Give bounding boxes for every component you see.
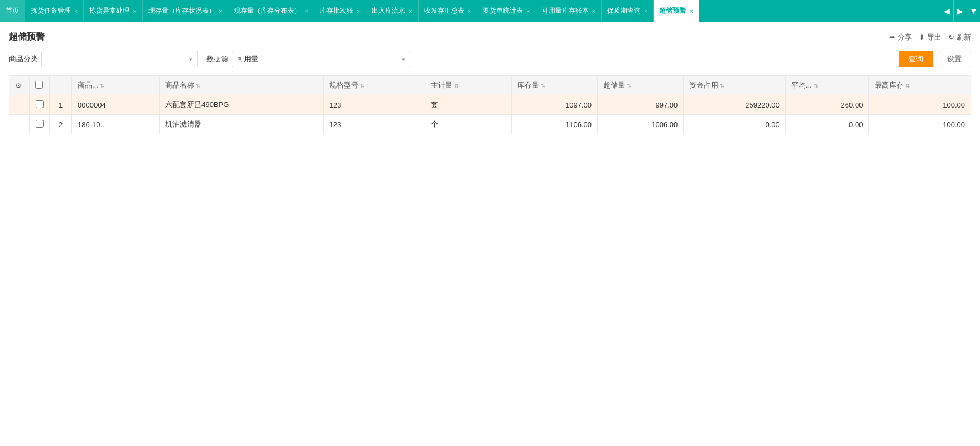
- settings-button[interactable]: 设置: [938, 51, 971, 67]
- row-overflow: 997.00: [597, 95, 683, 115]
- row-number: 1: [50, 95, 72, 115]
- row-checkbox[interactable]: [36, 120, 44, 128]
- row-max-stock: 100.00: [869, 115, 971, 134]
- row-checkbox-cell[interactable]: [30, 95, 50, 115]
- close-icon[interactable]: ×: [468, 8, 471, 14]
- filter-actions: 查询 设置: [899, 51, 971, 67]
- query-button[interactable]: 查询: [899, 51, 933, 67]
- nav-tab-picking-task[interactable]: 拣货任务管理 ×: [25, 0, 84, 22]
- row-spec: 123: [323, 95, 425, 115]
- row-stock: 1106.00: [511, 115, 597, 134]
- row-avg: 260.00: [785, 95, 869, 115]
- nav-tab-overstock-warning[interactable]: 超储预警 ×: [654, 0, 699, 22]
- close-icon[interactable]: ×: [689, 8, 693, 14]
- row-stock: 1097.00: [511, 95, 597, 115]
- row-capital: 0.00: [684, 115, 786, 134]
- nav-tab-available-account[interactable]: 可用量库存账本 ×: [536, 0, 602, 22]
- th-gear[interactable]: ⚙: [9, 76, 30, 95]
- row-checkbox[interactable]: [36, 100, 44, 108]
- row-gear-cell: [9, 115, 30, 134]
- row-number: 2: [50, 115, 72, 134]
- table-row: 1 0000004 六配套新昌490BPG 123 套 1097.00 997.…: [9, 95, 971, 115]
- th-avg[interactable]: 平均...⇅: [785, 76, 869, 95]
- row-capital: 259220.00: [684, 95, 786, 115]
- export-icon: ⬇: [919, 33, 925, 41]
- page-container: 超储预警 ➦ 分享 ⬇ 导出 ↻ 刷新 商品分类 ▾ 数据源: [0, 22, 980, 446]
- th-checkbox[interactable]: [30, 76, 50, 95]
- header-actions: ➦ 分享 ⬇ 导出 ↻ 刷新: [889, 32, 971, 42]
- filter-bar: 商品分类 ▾ 数据源 可用量 ▾ 查询 设置: [9, 51, 971, 67]
- close-icon[interactable]: ×: [133, 8, 136, 14]
- nav-tab-home[interactable]: 首页: [0, 0, 25, 22]
- category-filter-group: 商品分类 ▾: [9, 51, 198, 67]
- datasource-select-value: 可用量: [237, 54, 258, 64]
- th-unit[interactable]: 主计量⇅: [425, 76, 511, 95]
- nav-tab-shelf-life[interactable]: 保质期查询 ×: [602, 0, 654, 22]
- sort-icon: ⇅: [627, 83, 631, 89]
- page-title: 超储预警: [9, 31, 45, 43]
- row-max-stock: 100.00: [869, 95, 971, 115]
- datasource-select[interactable]: 可用量 ▾: [232, 51, 410, 67]
- select-all-checkbox[interactable]: [35, 81, 43, 89]
- nav-scroll-arrows: ◀ ▶ ▼: [940, 0, 980, 22]
- data-table: ⚙ 商品...⇅ 商品名称⇅ 规格型号⇅ 主计量⇅: [9, 75, 971, 134]
- sort-icon: ⇅: [541, 83, 545, 89]
- page-header: 超储预警 ➦ 分享 ⬇ 导出 ↻ 刷新: [9, 31, 971, 43]
- row-spec: 123: [323, 115, 425, 134]
- close-icon[interactable]: ×: [74, 8, 78, 14]
- refresh-button[interactable]: ↻ 刷新: [948, 32, 971, 42]
- row-unit: 个: [425, 115, 511, 134]
- row-avg: 0.00: [785, 115, 869, 134]
- table-header: ⚙ 商品...⇅ 商品名称⇅ 规格型号⇅ 主计量⇅: [9, 76, 971, 95]
- row-overflow: 1006.00: [597, 115, 683, 134]
- nav-tab-recv-send-summary[interactable]: 收发存汇总表 ×: [419, 0, 477, 22]
- nav-tab-stock-status[interactable]: 现存量（库存状况表） ×: [143, 0, 228, 22]
- sort-icon: ⇅: [720, 83, 724, 89]
- category-select[interactable]: ▾: [41, 51, 198, 67]
- th-spec[interactable]: 规格型号⇅: [323, 76, 425, 95]
- sort-icon: ⇅: [360, 83, 364, 89]
- close-icon[interactable]: ×: [644, 8, 647, 14]
- nav-tab-requisition-stats[interactable]: 要货单统计表 ×: [477, 0, 536, 22]
- nav-next-button[interactable]: ▶: [953, 0, 967, 22]
- close-icon[interactable]: ×: [526, 8, 530, 14]
- th-max-stock[interactable]: 最高库存⇅: [869, 76, 971, 95]
- chevron-down-icon: ▾: [402, 56, 405, 63]
- row-gear-cell: [9, 95, 30, 115]
- nav-tab-batch-account[interactable]: 库存批次账 ×: [314, 0, 366, 22]
- top-navigation: 首页 拣货任务管理 × 拣货异常处理 × 现存量（库存状况表） × 现存量（库存…: [0, 0, 980, 22]
- sort-icon: ⇅: [905, 83, 910, 89]
- table-row: 2 186-10... 机油滤清器 123 个 1106.00 1006.00 …: [9, 115, 971, 134]
- table-body: 1 0000004 六配套新昌490BPG 123 套 1097.00 997.…: [9, 95, 971, 134]
- row-product-code: 186-10...: [72, 115, 160, 134]
- close-icon[interactable]: ×: [219, 8, 222, 14]
- th-overflow[interactable]: 超储量⇅: [597, 76, 683, 95]
- row-product-name: 机油滤清器: [160, 115, 324, 134]
- th-product-code[interactable]: 商品...⇅: [72, 76, 160, 95]
- close-icon[interactable]: ×: [304, 8, 308, 14]
- gear-icon: ⚙: [15, 81, 22, 90]
- close-icon[interactable]: ×: [409, 8, 412, 14]
- close-icon[interactable]: ×: [357, 8, 360, 14]
- nav-tab-inout-flow[interactable]: 出入库流水 ×: [366, 0, 418, 22]
- nav-tab-picking-exception[interactable]: 拣货异常处理 ×: [84, 0, 142, 22]
- row-checkbox-cell[interactable]: [30, 115, 50, 134]
- row-product-name: 六配套新昌490BPG: [160, 95, 324, 115]
- sort-icon: ⇅: [454, 83, 459, 89]
- th-stock[interactable]: 库存量⇅: [511, 76, 597, 95]
- th-rownum: [50, 76, 72, 95]
- export-button[interactable]: ⬇ 导出: [919, 32, 941, 42]
- share-button[interactable]: ➦ 分享: [889, 32, 912, 42]
- th-capital[interactable]: 资金占用⇅: [684, 76, 786, 95]
- nav-menu-button[interactable]: ▼: [967, 0, 980, 22]
- close-icon[interactable]: ×: [592, 8, 595, 14]
- th-product-name[interactable]: 商品名称⇅: [160, 76, 324, 95]
- row-unit: 套: [425, 95, 511, 115]
- share-icon: ➦: [889, 33, 895, 41]
- nav-prev-button[interactable]: ◀: [940, 0, 953, 22]
- datasource-filter-group: 数据源 可用量 ▾: [206, 51, 410, 67]
- nav-tab-stock-dist[interactable]: 现存量（库存分布表） ×: [228, 0, 314, 22]
- refresh-icon: ↻: [948, 33, 954, 41]
- category-label: 商品分类: [9, 54, 38, 64]
- sort-icon: ⇅: [100, 83, 104, 89]
